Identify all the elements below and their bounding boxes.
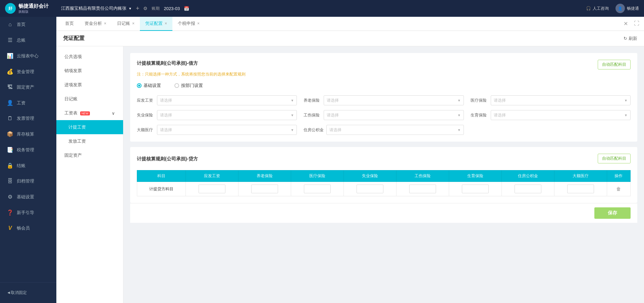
period-value[interactable]: 2023-03 bbox=[164, 6, 180, 11]
cell-input-unemployment[interactable] bbox=[357, 185, 383, 193]
sidebar-label-invoice: 发票管理 bbox=[17, 115, 34, 121]
radio-basic[interactable]: 基础设置 bbox=[137, 83, 161, 89]
tab-bar-actions: ✕ ⛶ bbox=[622, 20, 641, 27]
debit-form-grid: 应发工资 请选择 ▼ 养老保险 请选择 ▼ bbox=[137, 95, 631, 135]
form-select-large-medical[interactable]: 请选择 ▼ bbox=[157, 125, 297, 135]
form-select-housing-fund[interactable]: 请选择 ▼ bbox=[326, 125, 464, 135]
refresh-button[interactable]: ↻ 刷新 bbox=[624, 36, 637, 42]
tab-voucher-close-icon[interactable]: × bbox=[165, 21, 167, 26]
left-menu-fixed-assets[interactable]: 固定资产 bbox=[56, 148, 123, 162]
settings-icon[interactable]: ⚙ bbox=[143, 6, 148, 11]
tab-home-label: 首页 bbox=[65, 20, 74, 27]
page-wrapper: 首页 资金分析 × 日记账 × 凭证配置 × 个税申报 × ✕ ⛶ bbox=[56, 17, 644, 303]
calendar-icon[interactable]: 📅 bbox=[184, 6, 189, 11]
radio-dept[interactable]: 按部门设置 bbox=[174, 83, 203, 89]
left-menu-extract-salary[interactable]: 计提工资 bbox=[56, 120, 123, 134]
form-select-unemployment-placeholder: 请选择 bbox=[160, 112, 172, 118]
inventory-icon: 📦 bbox=[7, 131, 13, 137]
form-select-pension[interactable]: 请选择 ▼ bbox=[324, 95, 464, 105]
cell-input-large-medical[interactable] bbox=[567, 185, 594, 193]
form-select-medical-placeholder: 请选择 bbox=[494, 98, 506, 103]
credit-header-row: 计提核算规则(公司承担)-贷方 自动匹配科目 bbox=[137, 154, 631, 167]
sidebar-item-vip[interactable]: V 畅会员 bbox=[0, 220, 56, 236]
save-button[interactable]: 保存 bbox=[594, 207, 631, 219]
main-layout: ⌂ 首页 ☰ 总账 📊 云报表中心 💰 资金管理 🏗 固定资产 👤 工资 🗒 发… bbox=[0, 17, 644, 303]
page-body: 公共选项 销项发票 进项发票 日记账 工资表 NEW ∨ 计提工资 发放工资 固… bbox=[56, 46, 644, 303]
sidebar-label-settings: 基础设置 bbox=[17, 194, 34, 200]
td-action: 🗑 bbox=[607, 182, 630, 196]
sidebar-item-guide[interactable]: ❓ 新手引导 bbox=[0, 205, 56, 220]
left-menu-sales[interactable]: 销项发票 bbox=[56, 64, 123, 78]
form-select-injury[interactable]: 请选择 ▼ bbox=[324, 110, 464, 120]
sidebar-item-funds[interactable]: 💰 资金管理 bbox=[0, 64, 56, 80]
cell-input-medical[interactable] bbox=[304, 185, 331, 193]
left-menu-journal[interactable]: 日记账 bbox=[56, 92, 123, 106]
tab-close-all-icon[interactable]: ✕ bbox=[622, 20, 629, 27]
form-select-maternity[interactable]: 请选择 ▼ bbox=[491, 110, 631, 120]
th-salary: 应发工资 bbox=[185, 170, 238, 182]
credit-section: 计提核算规则(公司承担)-贷方 自动匹配科目 科目 应发工资 养老保险 医疗保险… bbox=[130, 147, 637, 203]
tab-expand-icon[interactable]: ⛶ bbox=[633, 20, 641, 27]
top-bar: 好 畅捷通好会计 旗舰版 江西服宝精品有限责任公司内账张 ▼ + ⚙ 账期 20… bbox=[0, 0, 644, 17]
refresh-label: 刷新 bbox=[629, 36, 637, 42]
period-label: 账期 bbox=[152, 6, 160, 11]
tab-voucher[interactable]: 凭证配置 × bbox=[140, 17, 172, 31]
support-button[interactable]: 🎧 人工咨询 bbox=[586, 6, 609, 11]
logo-area: 好 畅捷通好会计 旗舰版 bbox=[5, 3, 57, 14]
cell-input-salary[interactable] bbox=[199, 185, 225, 193]
td-salary-input[interactable] bbox=[185, 182, 238, 196]
td-injury-input[interactable] bbox=[396, 182, 449, 196]
page-header: 凭证配置 ↻ 刷新 bbox=[56, 31, 644, 46]
sidebar-item-archive[interactable]: 🗄 归档管理 bbox=[0, 173, 56, 189]
sidebar-label-funds: 资金管理 bbox=[17, 69, 34, 75]
sidebar-item-closing[interactable]: 🔒 结账 bbox=[0, 158, 56, 173]
salary-table-chevron-icon: ∨ bbox=[112, 111, 115, 116]
cell-input-maternity[interactable] bbox=[462, 185, 489, 193]
sidebar-item-ledger[interactable]: ☰ 总账 bbox=[0, 32, 56, 48]
tab-journal[interactable]: 日记账 × bbox=[112, 17, 140, 31]
tab-fund-close-icon[interactable]: × bbox=[104, 21, 106, 26]
credit-auto-match-button[interactable]: 自动匹配科目 bbox=[598, 154, 631, 163]
cell-input-injury[interactable] bbox=[409, 185, 436, 193]
tab-home[interactable]: 首页 bbox=[60, 17, 79, 31]
td-housing-fund-input[interactable] bbox=[501, 182, 554, 196]
tab-fund[interactable]: 资金分析 × bbox=[79, 17, 112, 31]
td-medical-input[interactable] bbox=[291, 182, 343, 196]
add-book-button[interactable]: + bbox=[136, 5, 140, 12]
delete-row-icon[interactable]: 🗑 bbox=[616, 186, 621, 192]
sidebar-item-settings[interactable]: ⚙ 基础设置 bbox=[0, 189, 56, 205]
left-menu-pay-salary[interactable]: 发放工资 bbox=[56, 134, 123, 148]
td-pension-input[interactable] bbox=[238, 182, 291, 196]
td-large-medical-input[interactable] bbox=[554, 182, 607, 196]
tab-tax[interactable]: 个税申报 × bbox=[172, 17, 205, 31]
left-menu-salary-table[interactable]: 工资表 NEW ∨ bbox=[56, 106, 123, 120]
tab-voucher-label: 凭证配置 bbox=[145, 20, 163, 27]
sidebar-item-fixed[interactable]: 🏗 固定资产 bbox=[0, 80, 56, 95]
left-menu-purchase[interactable]: 进项发票 bbox=[56, 78, 123, 92]
td-unemployment-input[interactable] bbox=[343, 182, 396, 196]
avatar: 👤 bbox=[615, 4, 625, 13]
sidebar-item-inventory[interactable]: 📦 库存核算 bbox=[0, 126, 56, 142]
company-selector[interactable]: 江西服宝精品有限责任公司内账张 ▼ bbox=[61, 5, 132, 11]
td-maternity-input[interactable] bbox=[449, 182, 501, 196]
sidebar-item-salary[interactable]: 👤 工资 bbox=[0, 95, 56, 111]
form-select-salary[interactable]: 请选择 ▼ bbox=[157, 95, 297, 105]
th-medical: 医疗保险 bbox=[291, 170, 343, 182]
sidebar-item-home[interactable]: ⌂ 首页 bbox=[0, 17, 56, 32]
left-menu-public[interactable]: 公共选项 bbox=[56, 50, 123, 64]
vip-icon: V bbox=[7, 225, 13, 231]
cancel-fixed-button[interactable]: ◄取消固定 bbox=[0, 286, 56, 300]
cell-input-housing-fund[interactable] bbox=[515, 185, 541, 193]
form-select-unemployment[interactable]: 请选择 ▼ bbox=[157, 110, 297, 120]
tab-tax-close-icon[interactable]: × bbox=[197, 21, 200, 26]
debit-auto-match-button[interactable]: 自动匹配科目 bbox=[598, 60, 631, 69]
tab-tax-label: 个税申报 bbox=[178, 20, 195, 27]
sidebar-item-invoice[interactable]: 🗒 发票管理 bbox=[0, 111, 56, 126]
sidebar-item-tax[interactable]: 📑 税务管理 bbox=[0, 142, 56, 158]
user-info[interactable]: 👤 畅捷通 bbox=[615, 4, 639, 13]
top-bar-right: 🎧 人工咨询 👤 畅捷通 bbox=[586, 4, 639, 13]
tab-journal-close-icon[interactable]: × bbox=[132, 21, 135, 26]
cell-input-pension[interactable] bbox=[251, 185, 278, 193]
sidebar-item-reports[interactable]: 📊 云报表中心 bbox=[0, 48, 56, 64]
form-select-medical[interactable]: 请选择 ▼ bbox=[491, 95, 631, 105]
